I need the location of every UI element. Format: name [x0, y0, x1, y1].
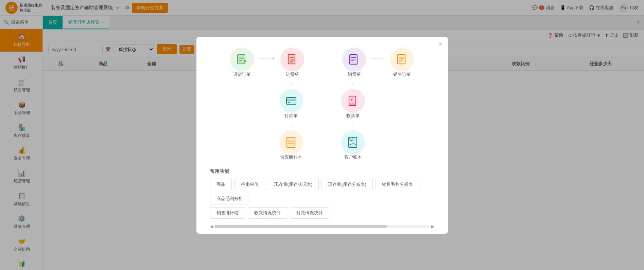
arrow-h2: - - - - - [371, 56, 385, 61]
customer-ledger-icon [341, 130, 365, 154]
flow-purchase-order[interactable]: 进货订单 [230, 48, 254, 77]
func-btn-counterparty[interactable]: 往来单位 [234, 179, 265, 190]
flow-purchase-bill[interactable]: 进货单 [280, 48, 304, 77]
func-btn-receipt-stats[interactable]: 收款情况统计 [248, 207, 287, 219]
svg-point-21 [288, 102, 290, 103]
func-btn-sales-ranking[interactable]: 销售排行榜 [210, 207, 245, 219]
func-btn-sales-profit[interactable]: 销售毛利分析表 [376, 179, 419, 190]
flow-customer-ledger[interactable]: 客户账本 [341, 130, 365, 160]
receipt-label: 收款单 [346, 113, 360, 119]
sales-bill-icon [342, 48, 366, 71]
purchase-bill-icon [280, 48, 304, 71]
arrow-h1: - - - - ➔ [259, 56, 275, 61]
svg-rect-9 [350, 55, 357, 64]
func-btn-payment-stats[interactable]: 付款情况统计 [290, 207, 329, 219]
purchase-bill-label: 进货单 [286, 71, 299, 77]
payment-label: 付款单 [284, 113, 298, 119]
receipt-icon: ¥ [341, 89, 365, 113]
scrollbar-left-arrow[interactable]: ◀ [210, 224, 213, 229]
flow-payment[interactable]: 付款单 [279, 89, 303, 119]
func-buttons-row2: 销售排行榜 收款情况统计 付款情况统计 [210, 207, 434, 219]
modal-close-button[interactable]: × [439, 41, 442, 48]
flow-supplier-ledger[interactable]: 供应商账本 [279, 130, 303, 160]
modal-scrollbar: ◀ ▶ [210, 224, 434, 229]
purchase-order-label: 进货订单 [233, 71, 251, 77]
down-arrow-sales: ↓ [341, 80, 365, 86]
purchase-order-icon [230, 48, 254, 71]
modal: × 进货订单 - - - - ➔ [196, 37, 448, 234]
svg-text:¥: ¥ [350, 98, 353, 102]
flow-sales-order[interactable]: 销售订单 [390, 48, 414, 77]
flow-receipt[interactable]: ¥ 收款单 [341, 89, 365, 119]
func-btn-product-profit[interactable]: 商品毛利分析 [210, 193, 249, 204]
sales-bill-label: 销货单 [348, 71, 361, 77]
supplier-ledger-icon [279, 130, 303, 154]
flow-sales-bill[interactable]: 销货单 [342, 48, 366, 77]
func-btn-stock-dist[interactable]: 现存量(库存分布表) [321, 179, 373, 190]
modal-overlay[interactable]: × 进货订单 - - - - ➔ [0, 0, 644, 270]
sales-order-icon [390, 48, 414, 71]
func-buttons-row1: 商品 往来单位 现存量(库存状况表) 现存量(库存分布表) 销售毛利分析表 商品… [210, 179, 434, 204]
func-btn-product[interactable]: 商品 [210, 179, 232, 190]
supplier-ledger-label: 供应商账本 [280, 154, 302, 160]
down-arrow-receipt: ↓ [341, 122, 365, 128]
scrollbar-right-arrow[interactable]: ▶ [431, 224, 434, 229]
svg-rect-20 [286, 99, 296, 101]
svg-rect-14 [398, 54, 405, 64]
down-arrow-purchase: ↓ [279, 80, 303, 86]
svg-rect-25 [287, 137, 295, 147]
scrollbar-track[interactable] [214, 225, 430, 228]
customer-ledger-label: 客户账本 [344, 154, 362, 160]
common-functions: 常用功能 商品 往来单位 现存量(库存状况表) 现存量(库存分布表) 销售毛利分… [210, 168, 434, 219]
flow-section: 进货订单 - - - - ➔ 进货单 [210, 48, 434, 160]
payment-icon [279, 89, 303, 113]
func-btn-stock-status[interactable]: 现存量(库存状况表) [268, 179, 319, 190]
common-functions-title: 常用功能 [210, 168, 434, 175]
sales-order-label: 销售订单 [393, 71, 411, 77]
scrollbar-thumb[interactable] [214, 225, 387, 228]
down-arrow-payment: ↓ [279, 122, 303, 128]
